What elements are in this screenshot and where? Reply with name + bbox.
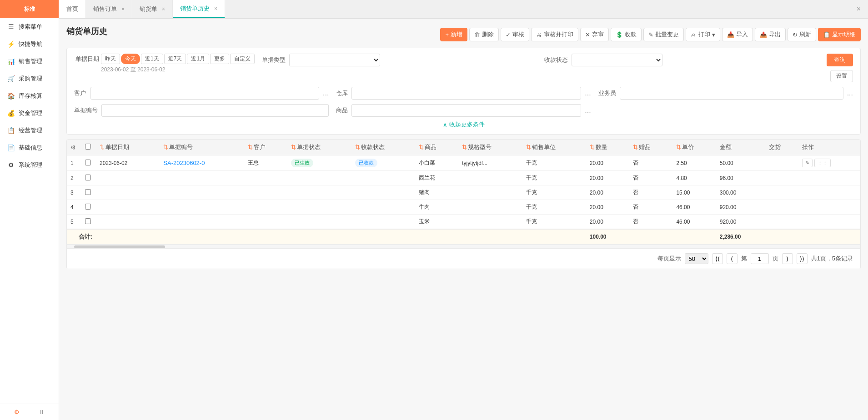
staff-input[interactable] xyxy=(620,87,843,100)
col-doc-status[interactable]: ⇅单据状态 xyxy=(287,140,351,155)
row-checkbox-5[interactable] xyxy=(81,215,96,230)
col-doc-num[interactable]: ⇅单据编号 xyxy=(160,140,244,155)
gear-settings-icon[interactable]: ⚙ xyxy=(70,144,76,151)
payment-status-select[interactable] xyxy=(572,54,662,66)
page-size-select[interactable]: 20 50 100 xyxy=(685,253,708,264)
row-qty-3: 20.00 xyxy=(586,185,629,200)
col-customer[interactable]: ⇅客户 xyxy=(244,140,287,155)
warehouse-input[interactable] xyxy=(351,87,581,100)
collapse-label: 收起更多条件 xyxy=(449,120,485,129)
first-page-button[interactable]: ⟨⟨ xyxy=(712,253,723,264)
customer-input[interactable] xyxy=(90,87,319,100)
date-btn-yesterday[interactable]: 昨天 xyxy=(101,54,120,64)
col-gift[interactable]: ⇅赠品 xyxy=(629,140,672,155)
query-button[interactable]: 查询 xyxy=(827,54,853,66)
tab-delivery-history-close[interactable]: × xyxy=(214,5,217,12)
sidebar-item-basic-info[interactable]: 📄 基础信息 xyxy=(0,139,59,156)
date-btn-custom[interactable]: 自定义 xyxy=(230,54,255,64)
col-unit[interactable]: ⇅销售单位 xyxy=(522,140,586,155)
col-checkbox[interactable] xyxy=(81,140,96,155)
sidebar-item-sales-mgmt[interactable]: 📊 销售管理 xyxy=(0,53,59,70)
col-goods[interactable]: ⇅商品 xyxy=(415,140,458,155)
goods-input[interactable] xyxy=(351,104,581,117)
export-button[interactable]: 📤 导出 xyxy=(755,28,786,41)
doc-num-link-1[interactable]: SA-20230602-0 xyxy=(163,160,205,166)
col-quantity[interactable]: ⇅数量 xyxy=(586,140,629,155)
doc-status-badge-1: 已生效 xyxy=(291,159,313,167)
delete-button[interactable]: 🗑 删除 xyxy=(469,28,499,41)
tab-sales-order[interactable]: 销售订单 × xyxy=(86,0,132,18)
scrollbar-area[interactable] xyxy=(67,245,860,248)
row-date-4 xyxy=(96,200,160,215)
row-checkbox-1[interactable] xyxy=(81,155,96,171)
refresh-button[interactable]: ↻ 刷新 xyxy=(788,28,816,41)
row-doc-status-5 xyxy=(287,215,351,230)
import-button[interactable]: 📥 导入 xyxy=(722,28,753,41)
prev-page-button[interactable]: ⟨ xyxy=(727,253,738,264)
action-edit-1[interactable]: ✎ xyxy=(802,159,813,167)
display-detail-button[interactable]: 📋 显示明细 xyxy=(818,28,861,41)
ops-icon: 📋 xyxy=(7,126,15,135)
collect-button[interactable]: 💲 收款 xyxy=(611,28,642,41)
window-close-btn[interactable]: × xyxy=(857,5,868,13)
new-button[interactable]: + 新增 xyxy=(440,28,467,41)
sidebar-item-fund-mgmt[interactable]: 💰 资金管理 xyxy=(0,105,59,122)
abandon-button[interactable]: ✕ 弃审 xyxy=(580,28,609,41)
col-pay-status[interactable]: ⇅收款状态 xyxy=(351,140,415,155)
sidebar-item-inventory-calc[interactable]: 🏠 库存核算 xyxy=(0,87,59,105)
pay-status-badge-1: 已收款 xyxy=(355,159,377,167)
date-btn-more[interactable]: 更多 xyxy=(210,54,229,64)
sidebar-bottom-icon1[interactable]: ⚙ xyxy=(14,409,20,415)
date-btn-1month[interactable]: 近1月 xyxy=(187,54,209,64)
col-spec[interactable]: ⇅规格型号 xyxy=(458,140,522,155)
tab-delivery-close[interactable]: × xyxy=(162,6,165,12)
sidebar-item-search-menu[interactable]: ☰ 搜索菜单 xyxy=(0,18,59,35)
batch-change-button[interactable]: ✎ 批量变更 xyxy=(643,28,684,41)
settings-button[interactable]: 设置 xyxy=(830,70,853,82)
row-checkbox-4[interactable] xyxy=(81,200,96,215)
sidebar-item-purchase-mgmt[interactable]: 🛒 采购管理 xyxy=(0,70,59,87)
row-checkbox-2[interactable] xyxy=(81,171,96,185)
col-gear[interactable]: ⚙ xyxy=(67,140,81,155)
sidebar-item-ops-mgmt[interactable]: 📋 经营管理 xyxy=(0,122,59,139)
audit-button[interactable]: ✓ 审核 xyxy=(501,28,529,41)
customer-ellipsis[interactable]: ... xyxy=(323,89,329,97)
tab-delivery[interactable]: 销货单 × xyxy=(132,0,173,18)
row-action-1[interactable]: ✎ ⋮⋮ xyxy=(798,155,860,171)
page-title: 销货单历史 xyxy=(66,26,107,37)
date-btn-1day[interactable]: 近1天 xyxy=(141,54,163,64)
tab-home-label: 首页 xyxy=(66,5,78,13)
sidebar-item-quick-nav[interactable]: ⚡ 快捷导航 xyxy=(0,35,59,53)
select-all-checkbox[interactable] xyxy=(85,144,91,150)
col-unit-price[interactable]: ⇅单价 xyxy=(672,140,716,155)
tab-delivery-history[interactable]: 销货单历史 × xyxy=(173,0,225,18)
tab-home[interactable]: 首页 xyxy=(59,0,86,18)
goods-label: 商品 xyxy=(336,106,348,115)
doc-num-input[interactable] xyxy=(101,104,329,117)
col-date[interactable]: ⇅单据日期 xyxy=(96,140,160,155)
sidebar-bottom: ⚙ ⏸ xyxy=(0,404,59,420)
row-doc-status-1: 已生效 xyxy=(287,155,351,171)
next-page-button[interactable]: ⟩ xyxy=(782,253,793,264)
page-number-input[interactable] xyxy=(751,253,769,264)
tab-sales-order-close[interactable]: × xyxy=(121,6,125,12)
row-goods-2: 西兰花 xyxy=(415,171,458,185)
date-btn-7days[interactable]: 近7天 xyxy=(164,54,186,64)
warehouse-ellipsis[interactable]: ... xyxy=(585,89,591,97)
last-page-button[interactable]: ⟩⟩ xyxy=(797,253,808,264)
sidebar-bottom-icon2[interactable]: ⏸ xyxy=(39,409,45,415)
row-checkbox-3[interactable] xyxy=(81,185,96,200)
audit-print-button[interactable]: 🖨 审核并打印 xyxy=(531,28,578,41)
staff-label: 业务员 xyxy=(598,89,616,97)
date-btn-today[interactable]: 今天 xyxy=(121,54,140,64)
sidebar-item-sys-mgmt[interactable]: ⚙ 系统管理 xyxy=(0,156,59,174)
row-doc-num-1[interactable]: SA-20230602-0 xyxy=(160,155,244,171)
collapse-button[interactable]: ∧ 收起更多条件 xyxy=(74,120,853,129)
staff-ellipsis[interactable]: ... xyxy=(847,89,853,97)
row-doc-num-4 xyxy=(160,200,244,215)
goods-ellipsis[interactable]: ... xyxy=(585,106,591,115)
row-spec-4 xyxy=(458,200,522,215)
print-button[interactable]: 🖨 打印 ▾ xyxy=(686,28,720,41)
action-more-1[interactable]: ⋮⋮ xyxy=(814,159,831,167)
doc-type-select[interactable] xyxy=(289,54,380,66)
